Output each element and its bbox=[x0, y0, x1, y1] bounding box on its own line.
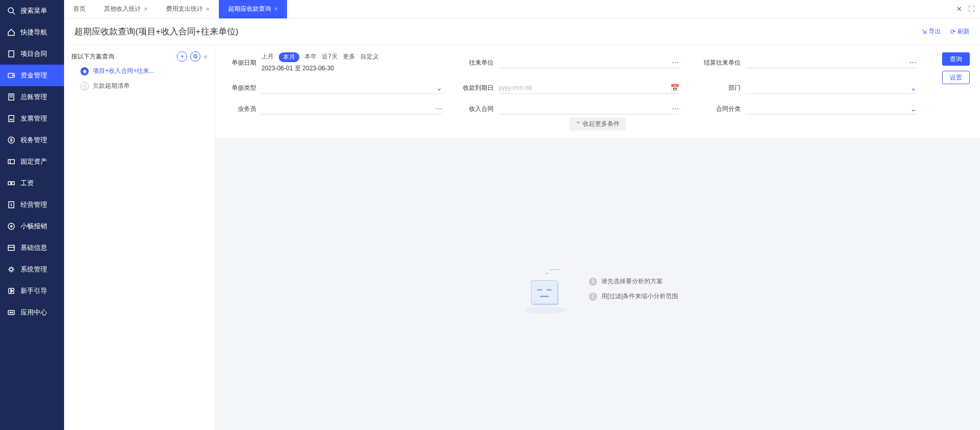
biz-icon bbox=[7, 201, 15, 209]
svg-rect-17 bbox=[8, 245, 14, 250]
date-opt-7days[interactable]: 近7天 bbox=[322, 52, 338, 62]
main: 首页 其他收入统计× 费用支出统计× 超期应收款查询× ✕ ⛶ 超期应收款查询(… bbox=[64, 0, 980, 430]
date-opt-last-month[interactable]: 上月 bbox=[261, 52, 274, 62]
step-2-text: 用[过滤]条件来缩小分析范围 bbox=[601, 292, 679, 301]
sidebar-item-tax[interactable]: 税务管理 bbox=[0, 129, 64, 151]
dept-select[interactable]: ⌄ bbox=[746, 83, 916, 94]
more-icon[interactable]: ⋯ bbox=[909, 58, 916, 67]
export-button[interactable]: ⇲导出 bbox=[922, 27, 941, 36]
date-opt-custom[interactable]: 自定义 bbox=[360, 52, 379, 62]
empty-state: 1请先选择要分析的方案 2用[过滤]条件来缩小分析范围 bbox=[215, 138, 980, 430]
guide-icon bbox=[7, 287, 15, 295]
svg-point-4 bbox=[12, 75, 13, 76]
sidebar-item-basic[interactable]: 基础信息 bbox=[0, 237, 64, 259]
date-opt-this-month[interactable]: 本月 bbox=[279, 52, 299, 62]
clock-icon: ◷ bbox=[80, 82, 89, 90]
due-date-label: 收款到期日 bbox=[463, 84, 494, 92]
sidebar-item-asset[interactable]: 固定资产 bbox=[0, 151, 64, 172]
unit-input[interactable]: ⋯ bbox=[499, 57, 680, 68]
query-button[interactable]: 查询 bbox=[942, 52, 970, 66]
tabs-close-all-icon[interactable]: ✕ bbox=[956, 5, 962, 13]
sidebar-item-system[interactable]: 系统管理 bbox=[0, 259, 64, 280]
more-icon[interactable]: ⋯ bbox=[435, 105, 442, 113]
income-contract-label: 收入合同 bbox=[463, 105, 494, 113]
date-opt-this-year[interactable]: 本年 bbox=[304, 52, 317, 62]
scheme-header: 按以下方案查询 bbox=[71, 52, 114, 61]
sidebar-item-contract[interactable]: 项目合同 bbox=[0, 43, 64, 65]
collapse-more-button[interactable]: ⌃收起更多条件 bbox=[569, 118, 626, 130]
system-icon bbox=[7, 265, 15, 273]
sidebar-item-invoice[interactable]: 发票管理 bbox=[0, 108, 64, 129]
svg-rect-26 bbox=[531, 281, 557, 304]
sidebar-item-nav[interactable]: 快捷导航 bbox=[0, 22, 64, 43]
tab-other-income[interactable]: 其他收入统计× bbox=[95, 0, 157, 18]
chevron-down-icon[interactable]: ⌄ bbox=[436, 84, 442, 92]
date-opt-more[interactable]: 更多 bbox=[343, 52, 355, 62]
cube-icon: ◉ bbox=[80, 67, 89, 75]
dept-label: 部门 bbox=[700, 84, 741, 92]
scheme-settings-button[interactable]: ⚙ bbox=[190, 51, 200, 62]
expense-icon bbox=[7, 222, 15, 230]
svg-rect-21 bbox=[8, 310, 14, 315]
sidebar: 搜索菜单 快捷导航 项目合同 资金管理 总账管理 发票管理 税务管理 固定资产 … bbox=[0, 0, 64, 430]
svg-rect-8 bbox=[9, 115, 14, 122]
unit-label: 往来单位 bbox=[463, 58, 494, 67]
svg-rect-10 bbox=[8, 160, 14, 164]
search-icon bbox=[7, 7, 15, 15]
fullscreen-icon[interactable]: ⛶ bbox=[968, 5, 975, 13]
due-date-input[interactable]: yyyy-mm-dd📅 bbox=[499, 82, 680, 94]
sidebar-item-search[interactable]: 搜索菜单 bbox=[0, 0, 64, 22]
close-icon[interactable]: × bbox=[274, 6, 278, 13]
date-range: 2023-06-01 至 2023-06-30 bbox=[261, 64, 442, 73]
close-icon[interactable]: × bbox=[144, 6, 148, 13]
apps-icon bbox=[7, 308, 15, 317]
wallet-icon bbox=[7, 71, 15, 80]
svg-point-24 bbox=[524, 306, 566, 314]
settings-button[interactable]: 设置 bbox=[942, 71, 970, 84]
more-icon[interactable]: ⋯ bbox=[672, 105, 679, 113]
tabs-row: 首页 其他收入统计× 费用支出统计× 超期应收款查询× ✕ ⛶ bbox=[64, 0, 980, 18]
chevron-up-icon: ⌃ bbox=[576, 121, 581, 128]
svg-point-22 bbox=[10, 312, 11, 313]
sidebar-item-biz[interactable]: 经营管理 bbox=[0, 194, 64, 216]
date-label: 单据日期 bbox=[226, 58, 256, 67]
svg-point-23 bbox=[12, 312, 13, 313]
calendar-icon[interactable]: 📅 bbox=[670, 84, 679, 92]
sales-label: 业务员 bbox=[226, 105, 256, 113]
sidebar-item-ledger[interactable]: 总账管理 bbox=[0, 86, 64, 108]
empty-graphic bbox=[517, 261, 574, 317]
sidebar-item-apps[interactable]: 应用中心 bbox=[0, 302, 64, 323]
sales-input[interactable]: ⋯ bbox=[261, 103, 442, 114]
tab-expense[interactable]: 费用支出统计× bbox=[157, 0, 219, 18]
chevron-down-icon[interactable]: ⌄ bbox=[910, 84, 916, 92]
tab-overdue[interactable]: 超期应收款查询× bbox=[219, 0, 287, 18]
filter-form: 单据日期 上月 本月 本年 近7天 更多 自定义 bbox=[215, 45, 980, 138]
step-2-badge: 2 bbox=[589, 292, 597, 301]
svg-point-19 bbox=[10, 268, 13, 271]
sidebar-item-salary[interactable]: 工资 bbox=[0, 172, 64, 194]
tab-home[interactable]: 首页 bbox=[64, 0, 95, 18]
sidebar-item-guide[interactable]: 新手引导 bbox=[0, 280, 64, 302]
scheme-item-overdue-list[interactable]: ◷ 欠款超期清单 bbox=[71, 76, 208, 91]
contract-category-select[interactable]: ⌄ bbox=[746, 103, 916, 114]
doc-type-select[interactable]: ⌄ bbox=[261, 83, 442, 94]
add-scheme-button[interactable]: + bbox=[177, 51, 187, 62]
more-icon[interactable]: ⋯ bbox=[672, 58, 679, 67]
chevron-down-icon[interactable]: ⌄ bbox=[910, 105, 916, 113]
refresh-button[interactable]: ⟳刷新 bbox=[950, 27, 970, 36]
income-contract-input[interactable]: ⋯ bbox=[499, 103, 680, 114]
close-icon[interactable]: × bbox=[206, 6, 210, 13]
titlebar: 超期应收款查询(项目+收入合同+往来单位) ⇲导出 ⟳刷新 bbox=[64, 18, 980, 45]
svg-rect-2 bbox=[9, 51, 14, 57]
step-1-badge: 1 bbox=[589, 278, 597, 286]
settle-unit-input[interactable]: ⋯ bbox=[746, 57, 916, 68]
asset-icon bbox=[7, 158, 15, 166]
ledger-icon bbox=[7, 93, 15, 101]
basic-icon bbox=[7, 244, 15, 252]
sidebar-item-fund[interactable]: 资金管理 bbox=[0, 65, 64, 86]
sidebar-item-expense[interactable]: 小畅报销 bbox=[0, 216, 64, 237]
collapse-panel-icon[interactable]: « bbox=[203, 52, 208, 61]
scheme-item-project[interactable]: ◉ 项目+收入合同+往来... bbox=[71, 62, 208, 76]
scheme-panel: 按以下方案查询 + ⚙ « ◉ 项目+收入合同+往来... ◷ 欠款超期清单 bbox=[64, 45, 215, 430]
settle-unit-label: 结算往来单位 bbox=[700, 58, 741, 67]
